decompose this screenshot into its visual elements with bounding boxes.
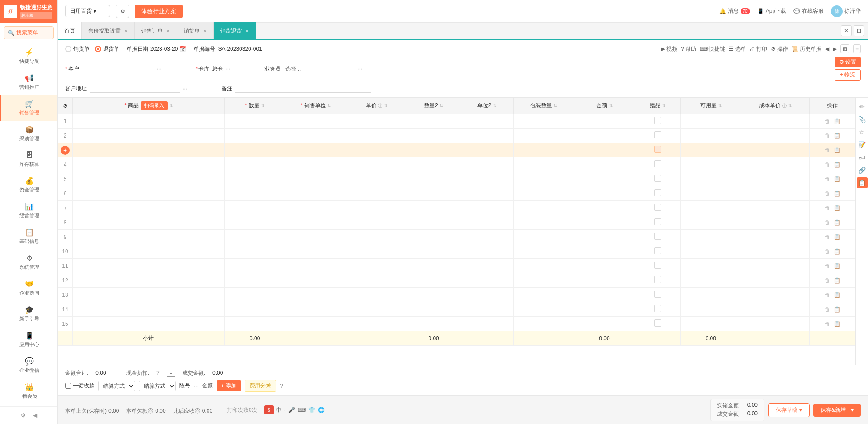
salesperson-search-btn[interactable]: ··· [358, 66, 362, 72]
category-dropdown[interactable]: 日用百货 ▾ [65, 5, 110, 17]
price-cell-1[interactable] [346, 114, 407, 129]
col-amount-sort[interactable]: ⇅ [609, 103, 613, 108]
sidebar-item-sales[interactable]: 🛒 销售管理 [0, 95, 57, 121]
available-cell-2[interactable] [680, 129, 741, 143]
available-cell-3[interactable] [680, 143, 741, 157]
price-cell-2[interactable] [346, 129, 407, 143]
list-view-btn[interactable]: ≡ [853, 44, 861, 53]
action-help[interactable]: ? 帮助 [681, 45, 696, 53]
action-select[interactable]: ☰ 选单 [729, 45, 746, 53]
copy-row-1-btn[interactable]: 📋 [833, 117, 841, 125]
tab-price-settings[interactable]: 售价提取设置 × [82, 22, 135, 39]
quantity-cell-2[interactable] [224, 129, 285, 143]
gift-checkbox-1[interactable] [654, 117, 661, 124]
tab-home[interactable]: 首页 [58, 22, 82, 39]
customer-input[interactable] [82, 65, 154, 73]
action-print[interactable]: 🖨 打印 [750, 45, 767, 53]
gift-checkbox-3[interactable] [654, 146, 661, 153]
unit-cell-1[interactable] [285, 114, 346, 129]
right-btn-active[interactable]: 📋 [857, 177, 868, 188]
sidebar-item-purchase[interactable]: 📦 采购管理 [0, 121, 57, 147]
quantity-cell-3[interactable] [224, 143, 285, 157]
gift-checkbox-2[interactable] [654, 131, 661, 138]
close-tab-btn[interactable]: ✕ [841, 25, 852, 36]
right-btn-link[interactable]: 🔗 [857, 165, 868, 176]
trial-button[interactable]: 体验行业方案 [135, 5, 183, 18]
sidebar-item-system[interactable]: ⚙ 系统管理 [0, 249, 57, 275]
sidebar-item-member[interactable]: 👑 畅会员 [0, 378, 57, 404]
action-history[interactable]: 📜 历史单据 [792, 45, 821, 53]
col-gift-sort[interactable]: ⇅ [662, 103, 665, 108]
salesperson-input[interactable] [283, 65, 355, 73]
col-available-sort[interactable]: ⇅ [718, 103, 722, 108]
qty2-cell-3[interactable] [407, 143, 460, 157]
action-shortcut[interactable]: ⌨ 快捷键 [700, 45, 725, 53]
copy-row-15-btn[interactable]: 📋 [833, 320, 841, 328]
gift-checkbox-13[interactable] [654, 291, 661, 298]
split-help-icon[interactable]: ? [280, 383, 283, 389]
save-draft-button[interactable]: 保存草稿 ▾ [768, 403, 810, 417]
radio-return-order[interactable]: 退货单 [95, 45, 119, 53]
unit-cell-2[interactable] [285, 129, 346, 143]
copy-row-9-btn[interactable]: 📋 [833, 233, 841, 241]
next-record-btn[interactable]: ▶ [833, 46, 837, 52]
product-input-3[interactable] [75, 147, 222, 153]
sidebar-item-quicknav[interactable]: ⚡ 快捷导航 [0, 43, 57, 69]
copy-row-12-btn[interactable]: 📋 [833, 276, 841, 285]
sidebar-item-newbie[interactable]: 🎓 新手引导 [0, 301, 57, 327]
pack-qty-cell-2[interactable] [513, 129, 574, 143]
unit2-cell-1[interactable] [460, 114, 514, 129]
delete-row-4-btn[interactable]: 🗑 [824, 161, 831, 169]
pack-qty-cell-3[interactable] [513, 143, 574, 157]
address-input[interactable] [90, 84, 180, 93]
copy-row-5-btn[interactable]: 📋 [833, 175, 841, 183]
col-quantity-sort[interactable]: ⇅ [261, 103, 264, 108]
delete-row-8-btn[interactable]: 🗑 [824, 219, 831, 227]
right-btn-star[interactable]: ☆ [857, 127, 868, 138]
gift-checkbox-10[interactable] [654, 247, 661, 254]
tab-sales-delivery[interactable]: 销货单 × [177, 22, 214, 39]
remark-input[interactable] [235, 84, 371, 93]
grid-view-btn[interactable]: ⊞ [840, 44, 849, 53]
gift-checkbox-15[interactable] [654, 319, 661, 327]
right-btn-edit[interactable]: ✏ [857, 101, 868, 112]
right-btn-attachment[interactable]: 📎 [857, 114, 868, 125]
product-cell-3-active[interactable] [73, 143, 225, 157]
gift-checkbox-14[interactable] [654, 305, 661, 312]
cost-price-cell-2[interactable] [741, 129, 809, 143]
sidebar-item-enterprise[interactable]: 🤝 企业协同 [0, 275, 57, 301]
topbar-settings-button[interactable]: ⚙ [116, 5, 129, 18]
col-settings[interactable]: ⚙ [58, 98, 73, 114]
col-unit2-sort[interactable]: ⇅ [493, 103, 496, 108]
radio-sale-order[interactable]: 销货单 [65, 45, 90, 53]
col-cost-price-info-icon[interactable]: ⓘ [782, 103, 787, 108]
col-qty2-sort[interactable]: ⇅ [439, 103, 443, 108]
amount-cell-2[interactable] [574, 129, 635, 143]
delete-row-6-btn[interactable]: 🗑 [824, 190, 831, 198]
sidebar-settings-btn[interactable]: ⚙ [19, 410, 28, 420]
copy-row-14-btn[interactable]: 📋 [833, 305, 841, 314]
sidebar-item-marketing[interactable]: 📢 营销推广 [0, 69, 57, 95]
gift-cell-1[interactable] [635, 114, 680, 129]
save-new-arrow[interactable]: ▾ [848, 407, 854, 413]
gift-checkbox-6[interactable] [654, 189, 661, 196]
quantity-cell-1[interactable] [224, 114, 285, 129]
unit2-cell-3[interactable] [460, 143, 514, 157]
gift-checkbox-11[interactable] [654, 262, 661, 269]
sidebar-item-operation[interactable]: 📊 经营管理 [0, 198, 57, 224]
tab-sales-delivery-close[interactable]: × [203, 28, 207, 34]
save-new-button[interactable]: 保存&新增 ▾ [813, 404, 861, 417]
tab-sales-order-close[interactable]: × [165, 28, 170, 34]
right-btn-note[interactable]: 📝 [857, 139, 868, 150]
delete-row-15-btn[interactable]: 🗑 [824, 320, 831, 328]
logistics-button[interactable]: + 物流 [835, 69, 861, 81]
payment-checkbox-label[interactable]: 一键收款 [65, 382, 94, 390]
delete-row-12-btn[interactable]: 🗑 [824, 276, 831, 285]
copy-row-4-btn[interactable]: 📋 [833, 161, 841, 169]
add-row-button[interactable]: + [61, 146, 70, 155]
copy-row-7-btn[interactable]: 📋 [833, 204, 841, 212]
qty2-cell-1[interactable] [407, 114, 460, 129]
copy-row-6-btn[interactable]: 📋 [833, 190, 841, 198]
tab-sales-return-close[interactable]: × [245, 28, 249, 34]
payment-method-select[interactable]: 结算方式 [98, 381, 135, 391]
